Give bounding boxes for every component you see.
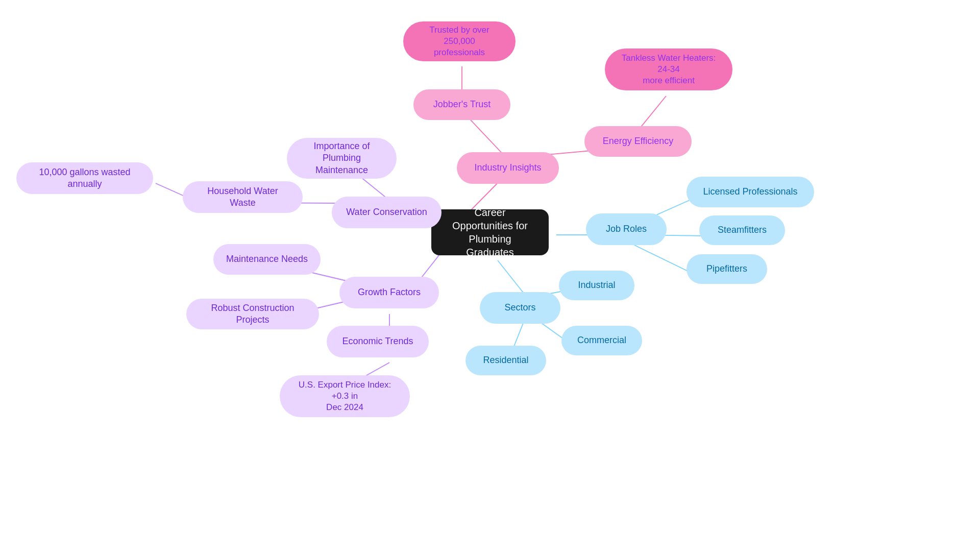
job-roles-label: Job Roles: [606, 223, 647, 235]
importance-plumbing-node: Importance of Plumbing Maintenance: [287, 138, 397, 179]
tankless-node: Tankless Water Heaters: 24-34 more effic…: [605, 49, 732, 90]
gallons-label: 10,000 gallons wasted annually: [28, 166, 142, 190]
pipefitters-node: Pipefitters: [687, 254, 767, 284]
jobbers-trust-label: Jobber's Trust: [433, 99, 491, 110]
sectors-label: Sectors: [504, 302, 535, 314]
trusted-label: Trusted by over 250,000 professionals: [414, 25, 504, 58]
us-export-label: U.S. Export Price Index: +0.3 in Dec 202…: [291, 379, 399, 413]
household-water-node: Household Water Waste: [183, 181, 303, 213]
energy-efficiency-label: Energy Efficiency: [603, 135, 674, 147]
household-water-label: Household Water Waste: [194, 185, 291, 209]
residential-label: Residential: [483, 354, 528, 366]
steamfitters-label: Steamfitters: [718, 224, 767, 236]
growth-factors-label: Growth Factors: [358, 286, 421, 298]
robust-construction-node: Robust Construction Projects: [186, 299, 319, 329]
economic-trends-label: Economic Trends: [342, 335, 413, 347]
licensed-professionals-label: Licensed Professionals: [703, 186, 797, 198]
steamfitters-node: Steamfitters: [699, 215, 785, 245]
energy-efficiency-node: Energy Efficiency: [584, 126, 692, 157]
water-conservation-node: Water Conservation: [332, 197, 442, 228]
center-node: Career Opportunities for Plumbing Gradua…: [431, 209, 549, 255]
industrial-node: Industrial: [559, 271, 634, 300]
maintenance-needs-label: Maintenance Needs: [226, 253, 308, 265]
mind-map-connections: [0, 0, 980, 553]
residential-node: Residential: [465, 346, 546, 375]
maintenance-needs-node: Maintenance Needs: [213, 244, 321, 275]
importance-plumbing-label: Importance of Plumbing Maintenance: [298, 140, 385, 176]
pipefitters-label: Pipefitters: [706, 263, 747, 275]
industry-insights-label: Industry Insights: [474, 162, 541, 174]
tankless-label: Tankless Water Heaters: 24-34 more effic…: [616, 53, 721, 86]
job-roles-node: Job Roles: [586, 213, 667, 245]
industry-insights-node: Industry Insights: [457, 152, 559, 184]
us-export-node: U.S. Export Price Index: +0.3 in Dec 202…: [280, 375, 410, 417]
industrial-label: Industrial: [578, 279, 615, 291]
growth-factors-node: Growth Factors: [339, 277, 439, 308]
center-label: Career Opportunities for Plumbing Gradua…: [446, 206, 534, 259]
jobbers-trust-node: Jobber's Trust: [413, 89, 510, 120]
gallons-node: 10,000 gallons wasted annually: [16, 162, 153, 194]
commercial-node: Commercial: [561, 326, 642, 355]
sectors-node: Sectors: [480, 292, 560, 324]
licensed-professionals-node: Licensed Professionals: [687, 177, 814, 207]
robust-construction-label: Robust Construction Projects: [198, 302, 308, 326]
economic-trends-node: Economic Trends: [327, 326, 429, 357]
water-conservation-label: Water Conservation: [346, 206, 427, 218]
commercial-label: Commercial: [577, 334, 626, 346]
trusted-node: Trusted by over 250,000 professionals: [403, 21, 516, 61]
svg-line-21: [634, 245, 694, 274]
